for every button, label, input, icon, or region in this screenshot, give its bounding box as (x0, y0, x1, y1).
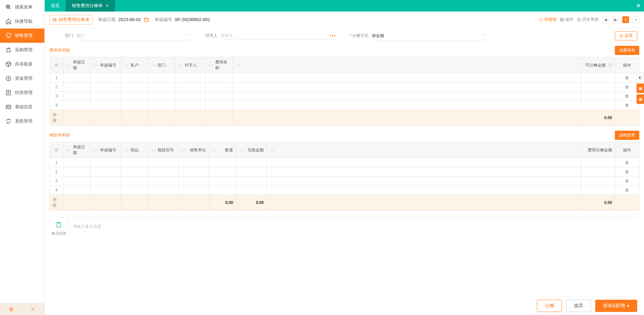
dept-input-field[interactable] (77, 33, 188, 38)
view-list-icon[interactable]: ≡ (622, 16, 629, 23)
svg-rect-22 (562, 18, 564, 19)
note-icon: 🗒 (55, 221, 63, 229)
close-icon[interactable]: ✕ (105, 3, 109, 8)
sidebar-item-basicinfo[interactable]: 基础信息 (0, 100, 44, 114)
sidebar-collapse-icon[interactable] (22, 303, 45, 315)
sidebar-item-operation[interactable]: 经营管理 (0, 86, 44, 100)
tab-current[interactable]: 销售费用分摊单 ✕ (66, 0, 115, 12)
prev-doc-icon[interactable]: ◀ (602, 16, 609, 23)
sort-icon[interactable]: ▲▼ (66, 64, 72, 66)
sort-icon[interactable]: ▲▼ (181, 149, 187, 151)
next-doc-icon[interactable]: ▶ (612, 16, 619, 23)
sort-icon[interactable]: ▲▼ (124, 149, 129, 151)
history-button[interactable]: 历史单据 (577, 17, 599, 22)
select-sales-button[interactable]: 选销货单 (615, 131, 639, 140)
select-expense-button[interactable]: 选费用单 (615, 46, 639, 55)
sync-icon (5, 118, 12, 124)
close-all-tabs[interactable]: ✕ (632, 0, 644, 12)
sidebar-settings-icon[interactable] (0, 303, 22, 315)
dept-input[interactable]: ﹀ (77, 32, 192, 40)
sort-icon[interactable]: ▲▼ (212, 149, 217, 151)
sort-icon[interactable]: ▲▼ (66, 149, 72, 151)
fly-tab-1[interactable]: ◐ (637, 73, 644, 82)
table-row[interactable]: 4🗑 (50, 186, 639, 195)
sidebar-item-sales[interactable]: 销售管理 (0, 29, 44, 43)
col-dept: 部门 (158, 62, 166, 68)
tab-home[interactable]: 首页 (45, 0, 66, 12)
sidebar-item-search[interactable]: 搜索菜单 (0, 0, 44, 14)
sidebar-label: 系统管理 (15, 118, 33, 124)
sort-icon[interactable]: ▲▼ (151, 149, 156, 151)
save-add-button[interactable]: 保存&新增▾ (595, 300, 637, 312)
sort-icon[interactable]: ▲▼ (124, 64, 129, 66)
col-customer: 客户 (130, 62, 139, 68)
sidebar-item-system[interactable]: 系统管理 (0, 114, 44, 128)
method-input[interactable]: ﹀ (372, 32, 487, 40)
sidebar-item-purchase[interactable]: 采购管理 (0, 43, 44, 57)
trash-icon[interactable]: 🗑 (625, 75, 629, 80)
more-icon[interactable]: ••• (330, 33, 336, 38)
sort-icon[interactable]: ▲▼ (239, 149, 244, 151)
trash-icon[interactable]: 🗑 (625, 160, 629, 165)
remarks-input[interactable] (73, 224, 635, 229)
trash-icon[interactable]: 🗑 (625, 188, 629, 192)
operate-button[interactable]: 操作 (560, 17, 573, 22)
settings-button[interactable]: 设置 (615, 31, 637, 40)
trash-icon[interactable]: 🗑 (625, 85, 629, 89)
help-icon[interactable]: ? (608, 63, 612, 67)
gear-icon[interactable]: ⚙ (55, 63, 58, 68)
trash-icon[interactable]: 🗑 (625, 103, 629, 108)
sidebar-item-inventory[interactable]: 库存核算 (0, 57, 44, 71)
shortcut-button[interactable]: 快捷键 (539, 17, 557, 22)
table-row[interactable]: 2🗑 (50, 167, 639, 177)
svg-rect-16 (144, 18, 148, 22)
sidebar-item-funds[interactable]: 资金管理 (0, 71, 44, 86)
expense-section: 费用单明细 选费用单 ⚙ ▲▼单据日期 ▲▼单据编号 ▲▼客户 ▲▼部门 ▲▼经… (45, 44, 644, 129)
tab-home-label: 首页 (51, 3, 60, 9)
sales-table: ⚙ ▲▼单据日期 ▲▼单据编号 ▲▼商品 ▲▼规格型号 ▲▼销售单位 ▲▼数量 … (49, 142, 639, 211)
trash-icon[interactable]: 🗑 (625, 169, 629, 174)
svg-point-28 (621, 35, 622, 36)
sort-icon[interactable]: ▲▼ (208, 64, 214, 66)
table-row[interactable]: 3🗑 (50, 92, 639, 101)
sort-icon[interactable]: ▲▼ (93, 64, 99, 66)
sidebar-label: 快捷导航 (15, 18, 33, 24)
sales-title: 销货单明细 (49, 132, 70, 138)
remarks: 🗒 备注信息 (49, 217, 639, 239)
box-icon (5, 61, 12, 67)
fly-tab-2[interactable]: ▣ (637, 84, 644, 93)
table-row[interactable]: 2🗑 (50, 82, 639, 92)
col-product: 商品 (130, 147, 139, 153)
sort-icon[interactable]: ▲▼ (269, 149, 275, 151)
svg-point-11 (7, 106, 8, 107)
form-row: 部门 ﹀ 经手人 ••• *分摊方式 (45, 28, 644, 44)
col-no: 单据编号 (100, 147, 116, 153)
sort-icon[interactable]: ▲▼ (93, 149, 99, 151)
sidebar-item-quicknav[interactable]: 快捷导航 (0, 14, 44, 29)
table-row[interactable]: 4🗑 (50, 101, 639, 110)
chevron-down-icon[interactable]: ﹀ (483, 33, 487, 39)
table-row[interactable]: 3🗑 (50, 177, 639, 186)
trash-icon[interactable]: 🗑 (625, 94, 629, 98)
method-input-field[interactable] (372, 33, 483, 38)
view-expand-icon[interactable]: ⤢ (632, 16, 639, 23)
fly-tab-3[interactable]: ▣ (637, 94, 644, 104)
calendar-icon[interactable] (144, 17, 149, 22)
remarks-label: 备注信息 (52, 231, 66, 236)
date-value[interactable]: 2023-06-02 (118, 17, 141, 22)
sort-icon[interactable]: ▲▼ (151, 64, 156, 66)
alloc-button[interactable]: 分摊 (537, 300, 562, 312)
gear-icon[interactable]: ⚙ (55, 148, 58, 152)
chevron-down-icon[interactable]: ﹀ (188, 33, 192, 39)
trash-icon[interactable]: 🗑 (625, 179, 629, 183)
handler-input[interactable]: ••• (221, 32, 336, 40)
col-spec: 规格型号 (158, 147, 174, 153)
report-icon (5, 90, 12, 96)
table-row[interactable]: 1🗑 (50, 158, 639, 167)
handler-input-field[interactable] (221, 33, 330, 38)
discard-button[interactable]: 放弃 (566, 300, 591, 312)
svg-rect-23 (561, 20, 562, 21)
sort-icon[interactable]: ▲▼ (236, 64, 241, 66)
sort-icon[interactable]: ▲▼ (178, 64, 183, 66)
table-row[interactable]: 1🗑 (50, 73, 639, 82)
